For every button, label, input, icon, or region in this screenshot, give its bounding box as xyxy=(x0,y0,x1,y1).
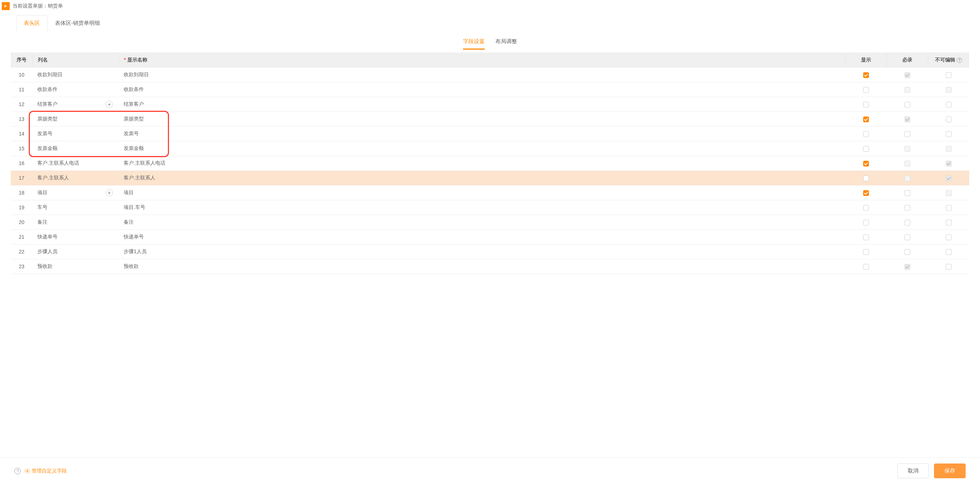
field-table: 序号 列名 *显示名称 显示 必录 不可编辑? 10收款到期日收款到期日11收款… xyxy=(11,53,969,274)
required-checkbox[interactable] xyxy=(905,234,910,240)
show-checkbox[interactable] xyxy=(863,72,869,78)
cell-name: 步骤人员 xyxy=(32,245,119,259)
cell-display-name[interactable]: 客户.主联系人 xyxy=(119,171,845,186)
show-checkbox[interactable] xyxy=(863,175,869,181)
readonly-checkbox[interactable] xyxy=(946,102,951,108)
readonly-checkbox[interactable] xyxy=(946,249,951,255)
cell-show xyxy=(845,97,886,112)
cell-required xyxy=(886,156,928,171)
table-row: 13票据类型票据类型 xyxy=(11,112,969,127)
cell-display-name[interactable]: 快递单号 xyxy=(119,230,845,245)
save-button[interactable]: 保存 xyxy=(934,463,966,478)
expand-toggle[interactable] xyxy=(2,2,10,10)
readonly-help-icon[interactable]: ? xyxy=(957,57,962,63)
add-sub-field-button[interactable] xyxy=(106,101,113,108)
cell-required xyxy=(886,230,928,245)
cell-readonly xyxy=(928,171,969,186)
cell-seq: 19 xyxy=(11,200,32,215)
show-checkbox[interactable] xyxy=(863,116,869,122)
required-checkbox[interactable] xyxy=(905,249,910,255)
cell-display-name[interactable]: 收款到期日 xyxy=(119,68,845,82)
tab-header-area[interactable]: 表头区 xyxy=(16,15,48,31)
sub-tab-field[interactable]: 字段设置 xyxy=(463,38,485,49)
cell-display-name[interactable]: 结算客户 xyxy=(119,97,845,112)
show-checkbox[interactable] xyxy=(863,146,869,152)
cell-required xyxy=(886,200,928,215)
readonly-checkbox[interactable] xyxy=(946,72,951,78)
cell-show xyxy=(845,141,886,156)
readonly-checkbox[interactable] xyxy=(946,264,951,270)
readonly-checkbox[interactable] xyxy=(946,116,951,122)
cell-name: 发票金额 xyxy=(32,141,119,156)
required-checkbox[interactable] xyxy=(905,102,910,108)
cell-display-name[interactable]: 票据类型 xyxy=(119,112,845,127)
th-name: 列名 xyxy=(32,53,119,68)
readonly-checkbox[interactable] xyxy=(946,205,951,211)
show-checkbox[interactable] xyxy=(863,87,869,93)
cell-seq: 22 xyxy=(11,245,32,259)
custom-field-link[interactable]: 管理自定义字段 xyxy=(24,468,67,474)
header-bar: 当前设置单据：销货单 xyxy=(0,0,980,12)
cell-show xyxy=(845,112,886,127)
cell-show xyxy=(845,259,886,274)
cell-seq: 20 xyxy=(11,215,32,230)
tab-detail-area[interactable]: 表体区-销货单明细 xyxy=(48,15,108,31)
th-readonly: 不可编辑? xyxy=(928,53,969,68)
cell-required xyxy=(886,82,928,97)
add-sub-field-button[interactable] xyxy=(106,189,113,196)
svg-point-0 xyxy=(27,470,28,472)
cell-display-name[interactable]: 步骤1人员 xyxy=(119,245,845,259)
required-checkbox[interactable] xyxy=(905,220,910,226)
cell-readonly xyxy=(928,259,969,274)
cell-show xyxy=(845,230,886,245)
required-checkbox xyxy=(905,146,910,152)
show-checkbox[interactable] xyxy=(863,264,869,270)
cell-required xyxy=(886,186,928,200)
cell-display-name[interactable]: 发票金额 xyxy=(119,141,845,156)
show-checkbox[interactable] xyxy=(863,205,869,211)
required-checkbox[interactable] xyxy=(905,131,910,137)
cell-show xyxy=(845,127,886,141)
cell-show xyxy=(845,171,886,186)
show-checkbox[interactable] xyxy=(863,220,869,226)
th-required: 必录 xyxy=(886,53,928,68)
required-checkbox[interactable] xyxy=(905,190,910,196)
cell-required xyxy=(886,68,928,82)
header-label: 当前设置单据：销货单 xyxy=(13,3,63,10)
cell-show xyxy=(845,156,886,171)
cell-display-name[interactable]: 预收款 xyxy=(119,259,845,274)
cell-readonly xyxy=(928,230,969,245)
cell-seq: 12 xyxy=(11,97,32,112)
cell-show xyxy=(845,82,886,97)
show-checkbox[interactable] xyxy=(863,234,869,240)
cell-display-name[interactable]: 项目 xyxy=(119,186,845,200)
cell-display-name[interactable]: 发票号 xyxy=(119,127,845,141)
cell-display-name[interactable]: 项目.车号 xyxy=(119,200,845,215)
required-checkbox[interactable] xyxy=(905,205,910,211)
cell-show xyxy=(845,245,886,259)
readonly-checkbox xyxy=(946,190,951,196)
help-icon[interactable]: ? xyxy=(14,468,21,474)
show-checkbox[interactable] xyxy=(863,249,869,255)
readonly-checkbox[interactable] xyxy=(946,234,951,240)
required-checkbox xyxy=(905,161,910,167)
cell-readonly xyxy=(928,200,969,215)
readonly-checkbox[interactable] xyxy=(946,131,951,137)
show-checkbox[interactable] xyxy=(863,102,869,108)
cell-display-name[interactable]: 收款条件 xyxy=(119,82,845,97)
readonly-checkbox[interactable] xyxy=(946,220,951,226)
show-checkbox[interactable] xyxy=(863,190,869,196)
table-row: 12结算客户结算客户 xyxy=(11,97,969,112)
cell-name: 快递单号 xyxy=(32,230,119,245)
show-checkbox[interactable] xyxy=(863,161,869,167)
sub-tab-layout[interactable]: 布局调整 xyxy=(495,38,517,49)
table-row: 16客户.主联系人电话客户.主联系人电话 xyxy=(11,156,969,171)
readonly-checkbox xyxy=(946,161,951,167)
sub-tabs: 字段设置 布局调整 xyxy=(0,32,980,49)
cancel-button[interactable]: 取消 xyxy=(897,463,929,478)
cell-display-name[interactable]: 备注 xyxy=(119,215,845,230)
show-checkbox[interactable] xyxy=(863,131,869,137)
cell-display-name[interactable]: 客户.主联系人电话 xyxy=(119,156,845,171)
readonly-checkbox xyxy=(946,146,951,152)
cell-seq: 18 xyxy=(11,186,32,200)
